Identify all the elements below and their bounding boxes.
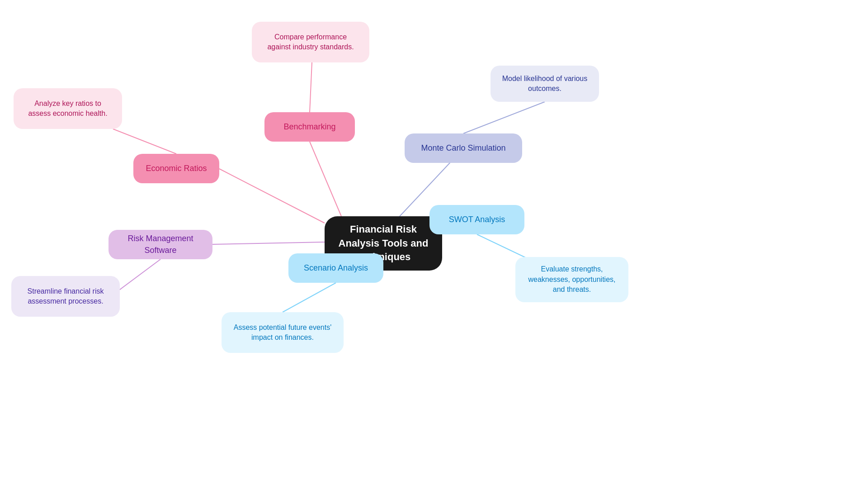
svg-line-3 (113, 129, 176, 154)
svg-line-7 (283, 283, 336, 312)
svg-line-0 (310, 142, 341, 216)
svg-line-1 (310, 62, 312, 112)
benchmarking-desc-node: Compare performance against industry sta… (252, 22, 369, 62)
economic-ratios-node: Economic Ratios (133, 154, 219, 183)
risk-mgmt-software-node: Risk Management Software (108, 230, 212, 259)
economic-ratios-desc-node: Analyze key ratios to assess economic he… (14, 88, 122, 129)
monte-carlo-node: Monte Carlo Simulation (405, 133, 522, 163)
benchmarking-node: Benchmarking (264, 112, 355, 142)
svg-line-9 (463, 102, 545, 133)
scenario-analysis-node: Scenario Analysis (288, 253, 383, 283)
svg-line-4 (212, 242, 325, 244)
swot-node: SWOT Analysis (429, 205, 524, 234)
risk-mgmt-desc-node: Streamline financial risk assessment pro… (11, 276, 120, 317)
svg-line-2 (219, 169, 325, 223)
scenario-desc-node: Assess potential future events' impact o… (222, 312, 344, 353)
swot-desc-node: Evaluate strengths, weaknesses, opportun… (515, 257, 628, 302)
monte-carlo-desc-node: Model likelihood of various outcomes. (491, 66, 599, 102)
